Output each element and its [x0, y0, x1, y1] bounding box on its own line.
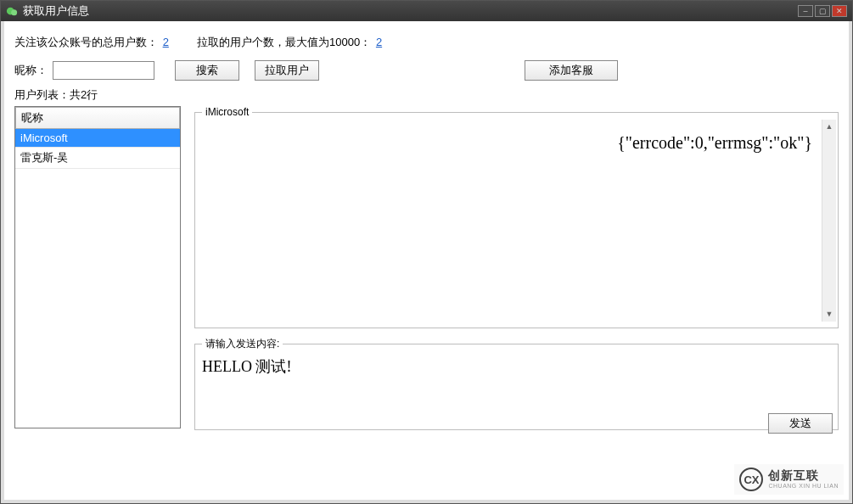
- minimize-button[interactable]: –: [798, 5, 813, 17]
- pulled-users-link[interactable]: 2: [376, 36, 382, 48]
- controls-row: 昵称： 搜索 拉取用户 添加客服: [14, 60, 839, 81]
- send-input[interactable]: [197, 353, 836, 409]
- list-item[interactable]: 雷克斯-吴: [15, 148, 180, 169]
- right-column: iMicrosoft {"errcode":0,"errmsg":"ok"} ▲…: [194, 106, 839, 479]
- total-users-label: 关注该公众账号的总用户数：: [14, 36, 158, 48]
- search-button[interactable]: 搜索: [175, 60, 239, 81]
- svg-point-1: [11, 9, 17, 15]
- watermark: CX 创新互联 CHUANG XIN HU LIAN: [734, 464, 844, 495]
- maximize-button[interactable]: ▢: [815, 5, 830, 17]
- message-display[interactable]: {"errcode":0,"errmsg":"ok"} ▲ ▼: [197, 120, 836, 322]
- watermark-en: CHUANG XIN HU LIAN: [768, 483, 839, 490]
- app-icon: [6, 5, 18, 17]
- message-text: {"errcode":0,"errmsg":"ok"}: [617, 133, 812, 153]
- total-users-link[interactable]: 2: [163, 36, 169, 48]
- left-column: 昵称 iMicrosoft 雷克斯-吴: [14, 106, 181, 479]
- send-group: 请输入发送内容: 发送: [194, 337, 839, 430]
- pull-users-button[interactable]: 拉取用户: [255, 60, 319, 81]
- main-row: 昵称 iMicrosoft 雷克斯-吴 iMicrosoft {"errcode…: [14, 106, 839, 479]
- scroll-up-icon[interactable]: ▲: [822, 120, 836, 134]
- watermark-logo-icon: CX: [739, 468, 763, 491]
- send-button[interactable]: 发送: [768, 413, 833, 434]
- add-customer-service-button[interactable]: 添加客服: [525, 60, 618, 81]
- info-line: 关注该公众账号的总用户数： 2 拉取的用户个数，最大值为10000： 2: [14, 35, 839, 50]
- message-legend: iMicrosoft: [202, 106, 252, 118]
- list-item[interactable]: iMicrosoft: [15, 129, 180, 148]
- send-legend: 请输入发送内容:: [202, 337, 283, 351]
- user-list-label: 用户列表：共2行: [14, 87, 839, 103]
- watermark-text: 创新互联 CHUANG XIN HU LIAN: [768, 469, 839, 489]
- user-list[interactable]: 昵称 iMicrosoft 雷克斯-吴: [14, 106, 181, 428]
- scrollbar[interactable]: ▲ ▼: [822, 120, 836, 322]
- pulled-users-label: 拉取的用户个数，最大值为10000：: [197, 36, 371, 48]
- nickname-label: 昵称：: [14, 63, 48, 78]
- window-title: 获取用户信息: [23, 3, 798, 19]
- nickname-input[interactable]: [53, 61, 154, 80]
- window-body: 关注该公众账号的总用户数： 2 拉取的用户个数，最大值为10000： 2 昵称：…: [1, 21, 852, 503]
- watermark-cn: 创新互联: [768, 469, 839, 482]
- scroll-down-icon[interactable]: ▼: [822, 307, 836, 322]
- window-controls: – ▢ ✕: [798, 5, 847, 17]
- app-window: 获取用户信息 – ▢ ✕ 关注该公众账号的总用户数： 2 拉取的用户个数，最大值…: [0, 0, 853, 504]
- close-button[interactable]: ✕: [832, 5, 847, 17]
- titlebar[interactable]: 获取用户信息 – ▢ ✕: [1, 1, 852, 21]
- user-list-header[interactable]: 昵称: [15, 107, 180, 129]
- message-group: iMicrosoft {"errcode":0,"errmsg":"ok"} ▲…: [194, 106, 839, 328]
